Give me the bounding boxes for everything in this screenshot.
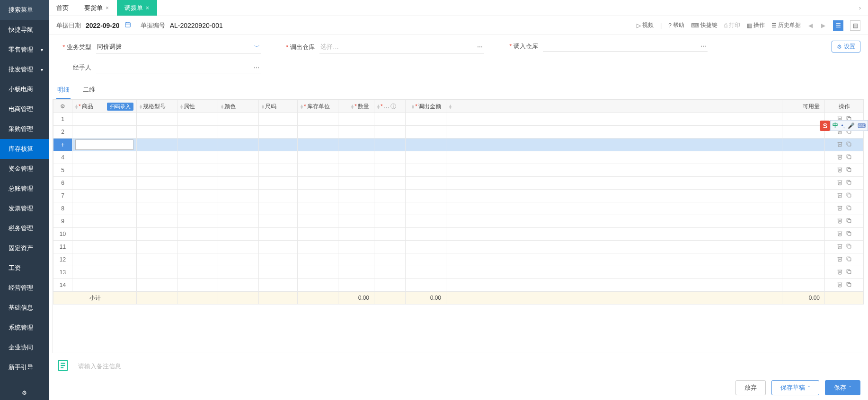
delete-icon[interactable] [837, 230, 843, 238]
table-row[interactable]: 1 [53, 113, 864, 126]
table-row[interactable]: 4 [53, 151, 864, 164]
table-cell[interactable] [338, 164, 374, 177]
handler-select[interactable]: ⋯ [96, 62, 261, 73]
table-cell[interactable] [298, 241, 338, 253]
table-cell[interactable] [259, 228, 298, 241]
table-cell[interactable] [137, 279, 177, 292]
table-row[interactable]: 5 [53, 164, 864, 177]
sort-icon[interactable]: ▴▾ [412, 104, 414, 109]
sidebar-item-10[interactable]: 发票管理 [0, 199, 49, 218]
view-grid-button[interactable]: ▤ [850, 20, 860, 31]
table-cell[interactable] [406, 241, 446, 253]
view-list-button[interactable]: ☰ [833, 20, 843, 31]
table-cell[interactable] [72, 126, 137, 139]
table-cell[interactable] [406, 190, 446, 202]
table-row[interactable]: 9 [53, 215, 864, 228]
th-qty[interactable]: ▴▾*数量 [338, 100, 374, 113]
copy-icon[interactable] [846, 205, 852, 212]
sidebar-item-3[interactable]: 批发管理▾ [0, 60, 49, 79]
table-cell[interactable] [374, 266, 406, 279]
ime-punct-icon[interactable]: •, [841, 122, 845, 129]
table-cell[interactable] [406, 164, 446, 177]
sort-icon[interactable]: ▴▾ [180, 104, 183, 109]
table-cell[interactable] [782, 215, 825, 228]
table-cell[interactable] [782, 113, 825, 126]
copy-icon[interactable] [846, 141, 852, 148]
table-row[interactable]: 11 [53, 241, 864, 253]
sort-icon[interactable]: ▴▾ [377, 104, 380, 109]
table-cell[interactable] [259, 190, 298, 202]
th-blank[interactable]: ▴▾ [446, 100, 782, 113]
table-cell[interactable] [446, 190, 782, 202]
sidebar-item-4[interactable]: 小畅电商 [0, 79, 49, 99]
table-cell[interactable] [782, 228, 825, 241]
table-cell[interactable] [72, 164, 137, 177]
th-hidden[interactable]: ▴▾*… ⓘ [374, 100, 406, 113]
table-cell[interactable] [218, 126, 259, 139]
delete-icon[interactable] [837, 281, 843, 289]
table-cell[interactable] [374, 253, 406, 266]
table-cell[interactable] [406, 215, 446, 228]
sidebar-item-0[interactable]: 搜索菜单 [0, 0, 49, 20]
table-cell[interactable] [298, 139, 338, 151]
ime-lang[interactable]: 中 [833, 122, 838, 130]
copy-icon[interactable] [846, 243, 852, 251]
sort-icon[interactable]: ▴▾ [262, 104, 264, 109]
ime-mic-icon[interactable]: 🎤 [848, 122, 855, 129]
sidebar-item-9[interactable]: 总账管理 [0, 179, 49, 199]
table-cell[interactable] [338, 126, 374, 139]
table-cell[interactable] [782, 177, 825, 190]
table-cell[interactable] [72, 202, 137, 215]
table-cell[interactable] [338, 253, 374, 266]
th-attr[interactable]: ▴▾属性 [177, 100, 218, 113]
table-cell[interactable] [338, 139, 374, 151]
print-link[interactable]: ⎙打印 [724, 21, 740, 29]
history-link[interactable]: ☰历史单据 [771, 21, 801, 29]
table-cell[interactable] [446, 253, 782, 266]
table-cell[interactable] [298, 164, 338, 177]
save-button[interactable]: 保存˄ [825, 380, 860, 395]
sidebar-item-1[interactable]: 快捷导航 [0, 20, 49, 40]
table-cell[interactable] [72, 266, 137, 279]
table-cell[interactable] [218, 113, 259, 126]
copy-icon[interactable] [846, 179, 852, 187]
table-cell[interactable] [374, 228, 406, 241]
next-doc-icon[interactable]: ▶ [820, 22, 826, 29]
sort-icon[interactable]: ▴▾ [301, 104, 303, 109]
table-cell[interactable] [137, 241, 177, 253]
table-cell[interactable] [259, 279, 298, 292]
th-amount[interactable]: ▴▾*调出金额 [406, 100, 446, 113]
prev-doc-icon[interactable]: ◀ [807, 22, 814, 29]
copy-icon[interactable] [846, 217, 852, 225]
table-cell[interactable] [338, 151, 374, 164]
table-cell[interactable] [259, 253, 298, 266]
table-cell[interactable] [338, 190, 374, 202]
table-cell[interactable] [406, 177, 446, 190]
close-icon[interactable]: × [106, 5, 109, 11]
help-link[interactable]: ?帮助 [668, 21, 684, 29]
table-cell[interactable] [374, 164, 406, 177]
table-cell[interactable] [259, 202, 298, 215]
table-cell[interactable] [374, 241, 406, 253]
table-cell[interactable] [218, 202, 259, 215]
delete-icon[interactable] [837, 141, 843, 148]
table-cell[interactable] [177, 177, 218, 190]
table-row[interactable]: 13 [53, 266, 864, 279]
table-cell[interactable] [406, 253, 446, 266]
ime-widget[interactable]: S 中 •, 🎤 ⌨ [820, 120, 868, 131]
table-cell[interactable] [374, 190, 406, 202]
table-cell[interactable] [406, 151, 446, 164]
table-cell[interactable] [72, 177, 137, 190]
table-cell[interactable] [446, 241, 782, 253]
th-spec[interactable]: ▴▾规格型号 [137, 100, 177, 113]
table-cell[interactable] [374, 177, 406, 190]
table-cell[interactable] [298, 151, 338, 164]
table-cell[interactable] [177, 190, 218, 202]
sidebar-item-8[interactable]: 资金管理 [0, 159, 49, 179]
table-cell[interactable] [338, 202, 374, 215]
in-warehouse-select[interactable]: ⋯ [543, 41, 708, 52]
table-cell[interactable] [177, 164, 218, 177]
table-cell[interactable] [446, 139, 782, 151]
table-cell[interactable] [446, 126, 782, 139]
table-cell[interactable] [137, 253, 177, 266]
